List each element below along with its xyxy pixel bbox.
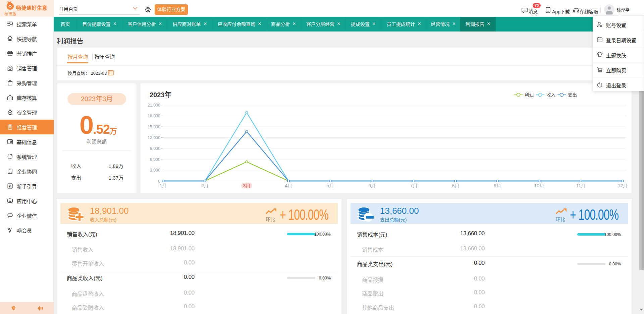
svg-text:9月: 9月 <box>494 183 501 188</box>
svg-text:7月: 7月 <box>410 183 418 188</box>
svg-text:3月: 3月 <box>243 183 251 188</box>
svg-text:9,000: 9,000 <box>150 146 160 151</box>
svg-text:新: 新 <box>8 184 12 188</box>
svg-text:5月: 5月 <box>327 183 334 188</box>
svg-text:利润: 利润 <box>525 92 534 98</box>
svg-text:10月: 10月 <box>534 183 544 188</box>
svg-text:1月: 1月 <box>160 183 167 188</box>
svg-text:2月: 2月 <box>201 183 209 188</box>
svg-text:支出: 支出 <box>568 92 577 98</box>
svg-text:11月: 11月 <box>576 183 586 188</box>
svg-text:收入: 收入 <box>546 92 556 98</box>
svg-text:21,000: 21,000 <box>148 103 160 108</box>
svg-text:12月: 12月 <box>618 183 628 188</box>
svg-text:18,000: 18,000 <box>148 114 160 118</box>
svg-text:12,000: 12,000 <box>148 135 160 140</box>
svg-text:6月: 6月 <box>368 183 376 188</box>
svg-text:8月: 8月 <box>452 183 459 188</box>
svg-text:2023年: 2023年 <box>150 91 171 99</box>
svg-text:15,000: 15,000 <box>148 125 160 129</box>
svg-text:6,000: 6,000 <box>150 157 160 162</box>
svg-text:3,000: 3,000 <box>150 168 160 173</box>
svg-text:4月: 4月 <box>285 183 292 188</box>
